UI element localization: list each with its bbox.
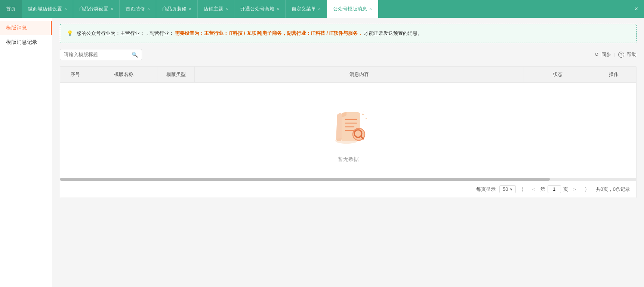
content-area: 💡 您的公众号行业为：主营行业：，副营行业： 需要设置为：主营行业：IT科技 /… bbox=[52, 18, 644, 287]
total-info: 共0页，0条记录 bbox=[596, 186, 630, 193]
notice-suffix: 才能正常发送预置的消息。 bbox=[364, 30, 422, 36]
empty-illustration: ✦ ✦ • bbox=[326, 105, 371, 150]
notice-banner: 💡 您的公众号行业为：主营行业：，副营行业： 需要设置为：主营行业：IT科技 /… bbox=[60, 24, 637, 43]
close-all-tabs-button[interactable]: × bbox=[629, 6, 644, 12]
sidebar: 模版消息 模版消息记录 bbox=[0, 18, 52, 287]
prev-page-icon: ＜ bbox=[531, 186, 536, 193]
search-input-wrapper[interactable]: 🔍 bbox=[60, 49, 142, 60]
main-layout: 模版消息 模版消息记录 💡 您的公众号行业为：主营行业：，副营行业： 需要设置为… bbox=[0, 18, 644, 287]
page-input[interactable] bbox=[548, 185, 561, 193]
col-name: 模版名称 bbox=[90, 67, 157, 82]
first-page-button[interactable]: ⟨ bbox=[518, 185, 527, 194]
toolbar-divider: | bbox=[614, 52, 615, 57]
table-header: 序号 模版名称 模版类型 消息内容 状态 操作 bbox=[60, 67, 636, 83]
search-icon[interactable]: 🔍 bbox=[132, 52, 138, 58]
notice-icon: 💡 bbox=[67, 30, 73, 36]
sidebar-item-template-message[interactable]: 模版消息 bbox=[0, 21, 52, 35]
tab-bar: 首页 微商城店铺设置 × 商品分类设置 × 首页装修 × 商品页装修 × 店铺主… bbox=[0, 0, 644, 18]
tab-close-wechat-template-msg[interactable]: × bbox=[369, 6, 372, 12]
page-label: 第 bbox=[540, 186, 545, 193]
tab-custom-menu[interactable]: 自定义菜单 × bbox=[286, 0, 327, 18]
prev-page-button[interactable]: ＜ bbox=[529, 185, 538, 194]
per-page-select[interactable]: 50 ∨ bbox=[499, 185, 515, 193]
table-wrapper: 序号 模版名称 模版类型 消息内容 状态 操作 bbox=[60, 66, 637, 198]
col-content: 消息内容 bbox=[195, 67, 524, 82]
sidebar-item-template-message-log[interactable]: 模版消息记录 bbox=[0, 35, 52, 49]
tab-close-shop-theme[interactable]: × bbox=[225, 6, 228, 12]
per-page-value: 50 bbox=[503, 186, 508, 192]
tab-close-micro-shop-setting[interactable]: × bbox=[64, 6, 67, 12]
col-status: 状态 bbox=[524, 67, 591, 82]
per-page-label: 每页显示 bbox=[476, 186, 496, 193]
last-page-icon: ⟩ bbox=[585, 186, 587, 192]
tab-close-product-page-decor[interactable]: × bbox=[189, 6, 191, 12]
scroll-bar-thumb[interactable] bbox=[60, 178, 550, 181]
col-action: 操作 bbox=[591, 67, 636, 82]
tab-homepage-decor[interactable]: 首页装修 × bbox=[120, 0, 156, 18]
tab-home[interactable]: 首页 bbox=[0, 0, 22, 18]
next-page-icon: ＞ bbox=[572, 186, 577, 193]
empty-state: ✦ ✦ • 暂无数据 bbox=[60, 83, 636, 178]
search-input[interactable] bbox=[64, 52, 132, 57]
svg-text:✦: ✦ bbox=[365, 117, 367, 120]
tab-wechat-template-msg[interactable]: 公众号模版消息 × bbox=[327, 0, 378, 18]
toolbar-right: ↺ 同步 | ? 帮助 bbox=[595, 51, 637, 58]
last-page-button[interactable]: ⟩ bbox=[582, 185, 591, 194]
sync-icon: ↺ bbox=[595, 52, 599, 57]
next-page-button[interactable]: ＞ bbox=[570, 185, 579, 194]
tab-micro-shop-setting[interactable]: 微商城店铺设置 × bbox=[22, 0, 73, 18]
help-button[interactable]: ? 帮助 bbox=[618, 51, 637, 58]
tab-close-homepage-decor[interactable]: × bbox=[147, 6, 150, 12]
help-icon: ? bbox=[618, 52, 624, 58]
col-seq: 序号 bbox=[60, 67, 90, 82]
tab-product-page-decor[interactable]: 商品页装修 × bbox=[156, 0, 198, 18]
tab-open-wechat-shop[interactable]: 开通公众号商城 × bbox=[234, 0, 286, 18]
sync-button[interactable]: ↺ 同步 bbox=[595, 51, 611, 58]
empty-text: 暂无数据 bbox=[338, 156, 359, 163]
page-suffix: 页 bbox=[563, 186, 568, 193]
tab-close-open-wechat-shop[interactable]: × bbox=[277, 6, 279, 12]
svg-text:•: • bbox=[363, 111, 364, 113]
tab-close-product-category[interactable]: × bbox=[111, 6, 113, 12]
scroll-bar-track[interactable] bbox=[60, 178, 636, 181]
tab-product-category[interactable]: 商品分类设置 × bbox=[73, 0, 120, 18]
chevron-down-icon: ∨ bbox=[510, 187, 512, 191]
tab-shop-theme[interactable]: 店铺主题 × bbox=[198, 0, 234, 18]
col-type: 模版类型 bbox=[157, 67, 195, 82]
pagination: 每页显示 50 ∨ ⟨ ＜ 第 页 ＞ ⟩ bbox=[60, 181, 636, 198]
tab-close-custom-menu[interactable]: × bbox=[318, 6, 321, 12]
notice-prefix: 您的公众号行业为：主营行业：，副营行业： bbox=[77, 30, 174, 36]
search-bar: 🔍 ↺ 同步 | ? 帮助 bbox=[60, 49, 637, 60]
notice-highlight: 需要设置为：主营行业：IT科技 / 互联网|电子商务，副营行业：IT科技 / I… bbox=[175, 30, 363, 36]
first-page-icon: ⟨ bbox=[521, 186, 523, 192]
